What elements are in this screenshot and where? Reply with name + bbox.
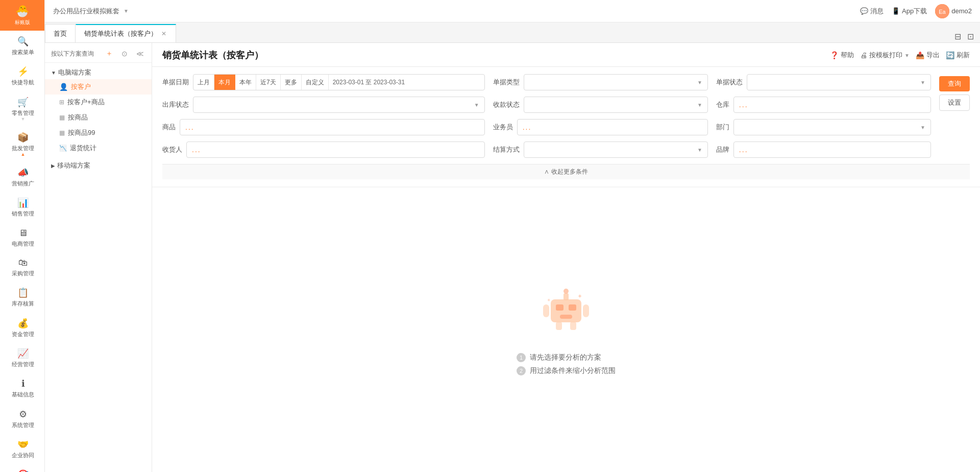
query-button[interactable]: 查询 — [939, 76, 970, 91]
date-filter-input[interactable]: 上月 本月 本年 — [193, 74, 485, 90]
return-stat-icon: 📉 — [59, 145, 67, 152]
tab-home-label: 首页 — [54, 29, 67, 38]
sidebar-item-purchase[interactable]: 🛍 采购管理 — [0, 252, 44, 282]
tip-num-2: 2 — [517, 366, 526, 375]
sidebar-item-system[interactable]: ⚙ 系统管理 — [0, 404, 44, 434]
avatar: Ea — [935, 4, 949, 18]
sidebar-item-inventory[interactable]: 📋 库存核算 — [0, 282, 44, 312]
tab-sales-stat[interactable]: 销货单统计表（按客户） ✕ — [76, 24, 176, 42]
tab-maximize-icon[interactable]: ⊡ — [965, 31, 976, 42]
sidebar-item-finance[interactable]: 💰 资金管理 — [0, 313, 44, 343]
tab-close-icon[interactable]: ✕ — [160, 29, 167, 38]
message-button[interactable]: 💬 消息 — [860, 7, 884, 16]
app-download-button[interactable]: 📱 App下载 — [892, 7, 927, 16]
scheme-add-icon[interactable]: ＋ — [104, 48, 115, 59]
wholesale-icon: 📦 — [17, 132, 29, 143]
sidebar-item-retail[interactable]: 🛒 零售管理 ▼ — [0, 91, 44, 127]
print-button[interactable]: 🖨 按模板打印 ▼ — [860, 51, 910, 60]
svg-rect-6 — [564, 293, 569, 300]
scheme-mobile-section-header[interactable]: ▶ 移动端方案 — [45, 159, 152, 172]
settlement-input[interactable]: ▼ — [524, 141, 708, 158]
tab-home[interactable]: 首页 — [45, 24, 76, 42]
date-btn-last-month[interactable]: 上月 — [193, 75, 214, 90]
sidebar-item-wholesale[interactable]: 📦 批发管理 ▲ — [0, 127, 44, 162]
scheme-item-customer-goods[interactable]: ⊞ 按客户+商品 — [45, 95, 152, 110]
tab-minimize-icon[interactable]: ⊟ — [952, 31, 963, 42]
scheme-desktop-section-header[interactable]: ▼ 电脑端方案 — [45, 66, 152, 79]
recipient-input[interactable]: ... — [186, 141, 485, 158]
scheme-header: 按以下方案查询 ＋ ⊙ ≪ — [45, 43, 152, 63]
salesperson-label: 业务员 — [493, 123, 513, 132]
sidebar-item-marketing[interactable]: 📣 营销推广 — [0, 162, 44, 192]
out-status-label: 出库状态 — [162, 100, 189, 109]
svg-rect-8 — [543, 304, 549, 317]
marketing-icon: 📣 — [17, 167, 29, 178]
order-type-input[interactable]: ▼ — [524, 74, 708, 90]
empty-state: ✦ ✦ 1 请先选择要分析的方案 2 用过滤条件来缩小分析范围 — [152, 187, 980, 472]
date-btn-this-month[interactable]: 本月 — [214, 75, 235, 90]
brand-dots: ... — [739, 146, 748, 154]
print-dropdown-icon[interactable]: ▼ — [904, 53, 910, 58]
salesperson-input[interactable]: ... — [517, 119, 708, 135]
sidebar-item-operations-label: 经营管理 — [12, 361, 34, 368]
filter-warehouse: 仓库 ... — [716, 97, 931, 113]
sidebar-item-ecommerce[interactable]: 🖥 电商管理 — [0, 223, 44, 252]
date-btn-last7[interactable]: 近7天 — [256, 75, 281, 90]
system-icon: ⚙ — [19, 409, 27, 420]
refresh-button[interactable]: 🔄 刷新 — [946, 51, 970, 60]
sidebar-item-newbie[interactable]: 🎯 新手引导 — [0, 464, 44, 472]
collection-status-input[interactable]: ▼ — [524, 97, 708, 113]
scheme-item-by-goods99[interactable]: ▦ 按商品99 — [45, 125, 152, 140]
page-title-row: 销货单统计表（按客户） ❓ 帮助 🖨 按模板打印 ▼ — [162, 49, 970, 61]
page-actions: ❓ 帮助 🖨 按模板打印 ▼ 📤 导出 — [830, 51, 970, 60]
by-goods99-icon: ▦ — [59, 129, 65, 136]
settings-button[interactable]: 设置 — [939, 95, 970, 111]
scheme-settings-icon[interactable]: ⊙ — [119, 48, 130, 59]
date-btn-more[interactable]: 更多 — [281, 75, 302, 90]
sidebar-item-system-label: 系统管理 — [12, 421, 34, 429]
sidebar-item-basic[interactable]: ℹ 基础信息 — [0, 373, 44, 403]
export-button[interactable]: 📤 导出 — [916, 51, 940, 60]
order-type-label: 单据类型 — [493, 78, 520, 87]
department-input[interactable]: ▼ — [733, 119, 931, 135]
date-btn-this-year[interactable]: 本年 — [235, 75, 256, 90]
filter-out-status: 出库状态 ▼ — [162, 97, 485, 113]
date-btn-custom[interactable]: 自定义 — [302, 75, 329, 90]
salesperson-dots: ... — [523, 123, 532, 131]
scheme-desktop-section: ▼ 电脑端方案 👤 按客户 ⊞ 按客户+商品 ▦ 按商品 — [45, 66, 152, 156]
sidebar-item-search[interactable]: 🔍 搜索菜单 — [0, 31, 44, 61]
customer-goods-icon: ⊞ — [59, 99, 64, 106]
filter-main: 单据日期 上月 本月 — [162, 74, 970, 164]
goods-label: 商品 — [162, 123, 176, 132]
filter-row-2: 出库状态 ▼ 收款状态 — [162, 97, 931, 113]
collection-status-label: 收款状态 — [493, 100, 520, 109]
sidebar-item-collab[interactable]: 🤝 企业协同 — [0, 434, 44, 464]
out-status-input[interactable]: ▼ — [193, 97, 485, 113]
settlement-label: 结算方式 — [493, 145, 520, 154]
warehouse-input[interactable]: ... — [733, 97, 931, 113]
goods-input[interactable]: ... — [180, 119, 485, 135]
user-area[interactable]: Ea demo2 — [935, 4, 972, 18]
system-name: 办公用品行业模拟账套 — [53, 7, 119, 16]
brand-input[interactable]: ... — [733, 141, 931, 158]
filter-area: 单据日期 上月 本月 — [152, 67, 980, 186]
empty-tip-2: 2 用过滤条件来缩小分析范围 — [517, 366, 616, 375]
scheme-collapse-icon[interactable]: ≪ — [134, 48, 145, 59]
app-download-label: App下载 — [902, 7, 927, 16]
scheme-item-return-stat[interactable]: 📉 退货统计 — [45, 140, 152, 156]
svg-rect-9 — [583, 304, 589, 317]
sidebar-item-quick-nav[interactable]: ⚡ 快捷导航 — [0, 61, 44, 91]
sidebar-item-sales[interactable]: 📊 销售管理 — [0, 192, 44, 222]
ecommerce-icon: 🖥 — [18, 228, 28, 239]
help-button[interactable]: ❓ 帮助 — [830, 51, 854, 60]
collapse-bar[interactable]: ∧ 收起更多条件 — [162, 164, 970, 179]
system-dropdown-icon[interactable]: ▼ — [124, 8, 129, 14]
sidebar-item-operations[interactable]: 📈 经营管理 — [0, 343, 44, 373]
scheme-item-by-customer[interactable]: 👤 按客户 — [45, 79, 152, 95]
scheme-mobile-section-icon: ▶ — [51, 163, 55, 169]
scheme-item-by-goods[interactable]: ▦ 按商品 — [45, 110, 152, 125]
sidebar-item-purchase-label: 采购管理 — [12, 270, 34, 277]
svg-text:Ea: Ea — [939, 8, 946, 14]
warehouse-label: 仓库 — [716, 100, 729, 109]
order-status-input[interactable]: ▼ — [747, 74, 931, 90]
